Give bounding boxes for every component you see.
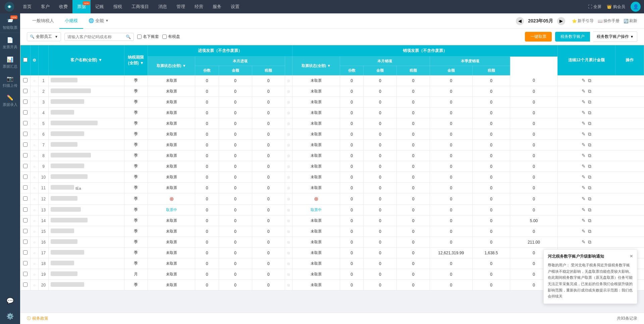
manual-link[interactable]: 📖 操作手册 — [598, 18, 620, 24]
row-checkbox[interactable] — [20, 226, 31, 237]
edit-action-icon[interactable]: ✎ — [581, 120, 586, 127]
member-btn[interactable]: 👑 购会员 — [607, 4, 625, 10]
row-checkbox[interactable] — [20, 108, 31, 118]
row-checkbox[interactable] — [20, 248, 31, 258]
refresh-link[interactable]: 🔄 刷新 — [624, 18, 637, 24]
tab-all[interactable]: 🌐 全能 ▼ — [83, 13, 114, 29]
sidebar-item-entry[interactable]: ✏️ 票据录入 — [0, 90, 20, 110]
copy-action-icon[interactable]: ⧉ — [587, 88, 592, 94]
row-checkbox[interactable] — [20, 205, 31, 215]
row-checkbox[interactable] — [20, 258, 31, 269]
settings-icon[interactable]: ⚙ — [33, 58, 36, 63]
edit-action-icon[interactable]: ✎ — [581, 217, 586, 224]
row-checkbox[interactable] — [20, 140, 31, 150]
row-checkbox[interactable] — [20, 237, 31, 248]
edit-action-icon[interactable]: ✎ — [581, 141, 586, 148]
nav-item-fee[interactable]: 收费 — [54, 0, 72, 13]
sidebar-item-issue-invoice[interactable]: 📄 发票开具 — [0, 33, 20, 52]
sidebar-item-chat[interactable]: 💬 — [0, 293, 20, 309]
row-checkbox[interactable] — [20, 172, 31, 183]
tax-account-btn[interactable]: 税务数字账户 — [555, 32, 590, 42]
sidebar-item-gear[interactable]: ⚙️ — [0, 309, 20, 324]
search-box[interactable]: 🔍 — [64, 33, 134, 41]
nav-item-operation[interactable]: 经营 — [190, 0, 208, 13]
sidebar-item-summary[interactable]: 📊 票据汇总 — [0, 52, 20, 71]
new-guide-link[interactable]: ⭐ 新手引导 — [572, 18, 594, 24]
copy-action-icon[interactable]: ⧉ — [587, 152, 592, 159]
search-icon[interactable]: 🔍 — [126, 35, 131, 39]
copy-action-icon[interactable]: ⧉ — [587, 239, 592, 245]
taxpad-checkbox[interactable] — [162, 35, 167, 39]
copy-action-icon[interactable]: ⧉ — [587, 109, 592, 116]
fullscreen-btn[interactable]: ⛶ 全屏 — [588, 4, 601, 10]
search-input[interactable] — [67, 35, 124, 39]
edit-action-icon[interactable]: ✎ — [581, 195, 586, 202]
notification-close-btn[interactable]: ✕ — [630, 254, 633, 259]
edit-action-icon[interactable]: ✎ — [581, 184, 586, 191]
edit-action-icon[interactable]: ✎ — [581, 163, 586, 170]
header-tax-period[interactable]: 纳税期限(全部) ▼ — [124, 45, 148, 75]
row-checkbox[interactable] — [20, 161, 31, 172]
nav-item-business[interactable]: 工商项目 — [127, 0, 154, 13]
edit-action-icon[interactable]: ✎ — [581, 131, 586, 137]
edit-action-icon[interactable]: ✎ — [581, 228, 586, 235]
copy-action-icon[interactable]: ⧉ — [587, 184, 592, 191]
tab-small-scale[interactable]: 小规模 — [59, 13, 83, 29]
row-checkbox[interactable] — [20, 280, 31, 290]
nav-item-home[interactable]: 首页 — [18, 0, 36, 13]
nav-item-bookkeeping[interactable]: 记账 — [91, 0, 109, 13]
header-out-status[interactable]: 取票状态(全部) ▼ — [292, 57, 340, 75]
nav-item-manage[interactable]: 管理 — [172, 0, 190, 13]
nav-item-ticket[interactable]: 票据 new — [72, 0, 91, 13]
row-checkbox[interactable] — [20, 183, 31, 193]
edit-action-icon[interactable]: ✎ — [581, 152, 586, 159]
sidebar-item-smart-ticket[interactable]: 📨 智能取票 new — [0, 13, 20, 33]
header-in-status[interactable]: 取票状态(全部) ▼ — [148, 57, 195, 75]
tab-general-taxpayer[interactable]: 一般纳税人 — [27, 13, 59, 29]
tax-policy-link[interactable]: ⓘ 税务政策 — [27, 316, 48, 321]
copy-action-icon[interactable]: ⧉ — [587, 195, 592, 202]
row-checkbox[interactable] — [20, 215, 31, 226]
copy-action-icon[interactable]: ⧉ — [587, 99, 592, 105]
row-checkbox[interactable] — [20, 129, 31, 140]
checkbox-has-taxpad[interactable]: 有税盘 — [162, 34, 180, 40]
edit-action-icon[interactable]: ✎ — [581, 77, 586, 84]
row-checkbox[interactable] — [20, 269, 31, 280]
my-accounts-checkbox[interactable] — [137, 35, 142, 39]
row-checkbox[interactable] — [20, 86, 31, 97]
prev-period-btn[interactable]: ◀ — [516, 17, 524, 25]
row-checkbox[interactable] — [20, 193, 31, 205]
copy-action-icon[interactable]: ⧉ — [587, 163, 592, 170]
select-all-checkbox[interactable] — [23, 58, 28, 62]
row-checkbox[interactable] — [20, 75, 31, 86]
copy-action-icon[interactable]: ⧉ — [587, 120, 592, 127]
edit-action-icon[interactable]: ✎ — [581, 174, 586, 180]
sidebar-item-scan[interactable]: 📷 扫描上传 — [0, 71, 20, 90]
copy-action-icon[interactable]: ⧉ — [587, 206, 592, 213]
edit-action-icon[interactable]: ✎ — [581, 99, 586, 105]
next-period-btn[interactable]: ▶ — [557, 17, 565, 25]
edit-action-icon[interactable]: ✎ — [581, 109, 586, 116]
header-customer[interactable]: 客户名称(全部) ▼ — [49, 45, 124, 75]
tax-account-dropdown-btn[interactable]: 税务数字账户操作 ▼ — [593, 31, 637, 42]
copy-action-icon[interactable]: ⧉ — [587, 131, 592, 137]
nav-item-customer[interactable]: 客户 — [36, 0, 54, 13]
copy-action-icon[interactable]: ⧉ — [587, 228, 592, 235]
row-checkbox[interactable] — [20, 97, 31, 108]
nav-item-settings[interactable]: 设置 — [226, 0, 244, 13]
employee-select[interactable]: 🔍 全部员工 ▼ — [27, 32, 61, 41]
nav-item-message[interactable]: 消息 — [154, 0, 172, 13]
avatar[interactable]: 👤 — [631, 2, 641, 12]
checkbox-my-accounts[interactable]: 名下账套 — [137, 34, 159, 40]
edit-action-icon[interactable]: ✎ — [581, 206, 586, 213]
row-checkbox[interactable] — [20, 118, 31, 129]
edit-action-icon[interactable]: ✎ — [581, 239, 586, 245]
nav-item-service[interactable]: 服务 — [208, 0, 226, 13]
fetch-all-btn[interactable]: 一键取票 — [525, 32, 552, 42]
row-checkbox[interactable] — [20, 150, 31, 161]
copy-action-icon[interactable]: ⧉ — [587, 174, 592, 180]
copy-action-icon[interactable]: ⧉ — [587, 77, 592, 84]
nav-item-tax[interactable]: 报税 — [109, 0, 127, 13]
edit-action-icon[interactable]: ✎ — [581, 88, 586, 94]
copy-action-icon[interactable]: ⧉ — [587, 141, 592, 148]
